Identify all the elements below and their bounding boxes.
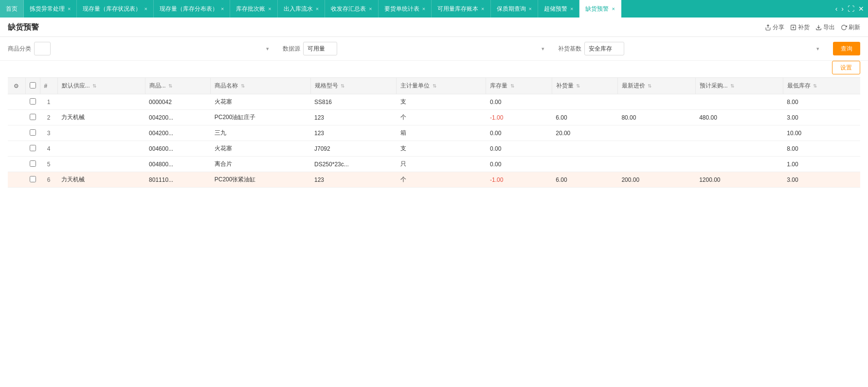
row-checkbox-5[interactable] — [30, 176, 36, 182]
row-checkbox-2[interactable] — [30, 129, 36, 136]
tab-batch[interactable]: 库存批次账 × — [230, 0, 277, 18]
cell-unit-2: 箱 — [397, 125, 486, 141]
sort-icon-code[interactable]: ⇅ — [168, 83, 172, 88]
tab-home[interactable]: 首页 — [0, 0, 24, 18]
tab-stock-status[interactable]: 现存量（库存状况表） × — [77, 0, 153, 18]
tab-close-exception[interactable]: × — [68, 6, 71, 12]
sort-icon-unit[interactable]: ⇅ — [433, 83, 436, 88]
tab-available[interactable]: 可用量库存账本 × — [432, 0, 490, 18]
cell-est-purchase-4 — [695, 157, 783, 172]
tab-close-overstock[interactable]: × — [570, 6, 573, 12]
tab-close-stock-status[interactable]: × — [144, 6, 147, 12]
tab-summary[interactable]: 收发存汇总表 × — [325, 0, 378, 18]
tab-stock-dist[interactable]: 现存量（库存分布表） × — [154, 0, 230, 18]
tab-close-summary[interactable]: × — [369, 6, 372, 12]
datasource-filter-group: 数据源 可用量 — [283, 42, 548, 55]
restock-btn[interactable]: 补货 — [790, 23, 810, 32]
cell-checkbox-0 — [25, 94, 40, 110]
gear-icon[interactable]: ⚙ — [14, 83, 19, 89]
cell-stock-2: 0.00 — [486, 125, 552, 141]
cell-name-1: PC200油缸庄子 — [211, 110, 310, 125]
tab-requisition[interactable]: 要货单统计表 × — [379, 0, 432, 18]
cell-code-1: 004200... — [145, 110, 211, 125]
cell-code-2: 004200... — [145, 125, 211, 141]
cell-spec-0: SS816 — [310, 94, 397, 110]
col-header-min-stock: 最低库存 ⇅ — [783, 78, 860, 94]
sort-icon-latest-price[interactable]: ⇅ — [648, 83, 651, 88]
tab-close-stock-dist[interactable]: × — [221, 6, 224, 12]
cell-latest-price-5: 200.00 — [617, 172, 695, 188]
col-header-stock: 库存量 ⇅ — [486, 78, 552, 94]
cell-name-3: 火花塞 — [211, 141, 310, 157]
cell-spec-3: J7092 — [310, 141, 397, 157]
datasource-select[interactable]: 可用量 — [303, 42, 337, 55]
tab-inout[interactable]: 出入库流水 × — [278, 0, 325, 18]
sort-icon-min-stock[interactable]: ⇅ — [813, 83, 817, 88]
tab-close-available[interactable]: × — [481, 6, 484, 12]
share-icon — [765, 24, 771, 31]
cell-checkbox-4 — [25, 157, 40, 172]
cell-gear-2 — [8, 125, 25, 141]
cell-spec-2: 123 — [310, 125, 397, 141]
row-checkbox-3[interactable] — [30, 145, 36, 151]
query-button[interactable]: 查询 — [833, 42, 860, 55]
cell-min-stock-2: 10.00 — [783, 125, 860, 141]
cell-est-purchase-5: 1200.00 — [695, 172, 783, 188]
restock-icon — [790, 24, 796, 31]
cell-checkbox-3 — [25, 141, 40, 157]
table-row: 1 0000042 火花塞 SS816 支 0.00 8.00 — [8, 94, 860, 110]
cell-restock-qty-2: 20.00 — [552, 125, 617, 141]
row-checkbox-1[interactable] — [30, 114, 36, 120]
tab-shortage[interactable]: 缺货预警 × — [579, 0, 621, 18]
refresh-btn[interactable]: 刷新 — [841, 23, 860, 32]
sort-icon-restock-qty[interactable]: ⇅ — [576, 83, 580, 88]
refresh-icon — [841, 24, 847, 31]
filter-actions: 查询 — [833, 42, 860, 55]
restock-select[interactable]: 安全库存 — [584, 42, 624, 55]
tab-close-requisition[interactable]: × — [422, 6, 425, 12]
cell-latest-price-4 — [617, 157, 695, 172]
tab-scroll-right[interactable]: › — [839, 0, 846, 18]
tab-expiry[interactable]: 保质期查询 × — [491, 0, 538, 18]
export-icon — [815, 24, 822, 31]
select-all-checkbox[interactable] — [30, 82, 36, 88]
tab-close-shortage[interactable]: × — [612, 6, 615, 12]
cell-name-0: 火花塞 — [211, 94, 310, 110]
sort-icon-est-purchase[interactable]: ⇅ — [730, 83, 734, 88]
table-row: 6 力天机械 801110... PC200张紧油缸 123 个 -1.00 6… — [8, 172, 860, 188]
main-content: 缺货预警 分享 补货 导出 刷新 商品分类 — [0, 18, 868, 387]
cell-unit-5: 个 — [397, 172, 486, 188]
tab-close-all[interactable]: ✕ — [856, 0, 866, 18]
cell-latest-price-1: 80.00 — [617, 110, 695, 125]
share-btn[interactable]: 分享 — [765, 23, 784, 32]
tab-close-inout[interactable]: × — [316, 6, 319, 12]
tab-close-expiry[interactable]: × — [529, 6, 532, 12]
sort-icon-spec[interactable]: ⇅ — [341, 83, 344, 88]
tab-close-batch[interactable]: × — [268, 6, 271, 12]
tab-scroll-left[interactable]: ‹ — [833, 0, 840, 18]
col-header-latest-price: 最新进价 ⇅ — [617, 78, 695, 94]
cell-num-3: 4 — [40, 141, 57, 157]
cell-num-4: 5 — [40, 157, 57, 172]
cell-est-purchase-0 — [695, 94, 783, 110]
tab-maximize[interactable]: ⛶ — [846, 0, 856, 18]
category-select[interactable] — [34, 42, 51, 55]
category-label: 商品分类 — [8, 45, 31, 53]
tab-overstock[interactable]: 超储预警 × — [538, 0, 579, 18]
row-checkbox-0[interactable] — [30, 98, 36, 105]
table-header-row: ⚙ # 默认供应... ⇅ 商品... ⇅ 商品名称 ⇅ 规格型号 ⇅ 主计量单… — [8, 78, 860, 94]
restock-label: 补货基数 — [558, 45, 581, 53]
table-row: 4 004600... 火花塞 J7092 支 0.00 8.00 — [8, 141, 860, 157]
cell-restock-qty-1: 6.00 — [552, 110, 617, 125]
table-row: 5 004800... 离合片 DS250*23c... 只 0.00 1.00 — [8, 157, 860, 172]
export-btn[interactable]: 导出 — [815, 23, 835, 32]
sort-icon-name[interactable]: ⇅ — [241, 83, 245, 88]
tab-exception[interactable]: 拣货异常处理 × — [24, 0, 77, 18]
settings-button[interactable]: 设置 — [832, 61, 860, 74]
row-checkbox-4[interactable] — [30, 160, 36, 167]
category-filter-group: 商品分类 — [8, 42, 273, 55]
cell-name-5: PC200张紧油缸 — [211, 172, 310, 188]
sort-icon-stock[interactable]: ⇅ — [510, 83, 514, 88]
cell-stock-1: -1.00 — [486, 110, 552, 125]
sort-icon-supplier[interactable]: ⇅ — [92, 83, 96, 88]
